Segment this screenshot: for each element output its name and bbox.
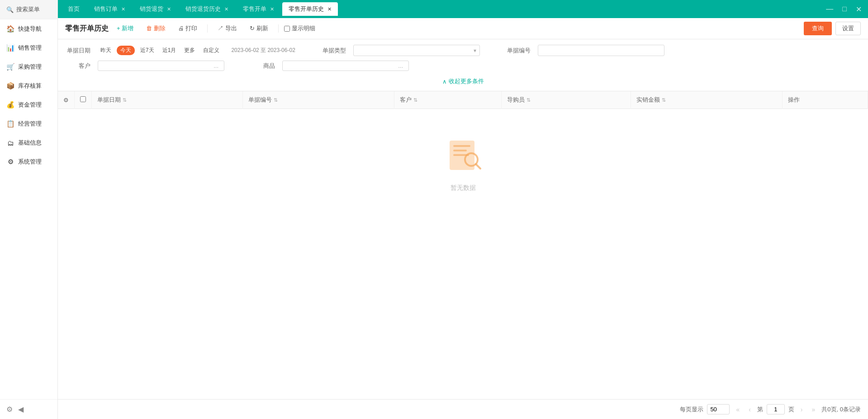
col-header-date[interactable]: 单据日期⇅ [92,91,243,109]
last-page-button[interactable]: » [809,405,818,414]
goods-dots[interactable]: ... [396,62,405,69]
date-opt-4[interactable]: 更多 [181,46,198,55]
sidebar-settings-icon[interactable]: ⚙ [6,405,13,414]
filter-area: 单据日期 昨天今天近7天近1月更多自定义 2023-06-02 至 2023-0… [58,39,868,91]
col-header-salesperson[interactable]: 导购员⇅ [502,91,631,109]
tab-home[interactable]: 首页 [62,2,86,16]
filter-row-2: 客户 ... 商品 ... [65,61,861,71]
nav-icon-quick-nav: 🏠 [6,25,14,33]
empty-illustration [441,136,486,177]
col-header-check [75,91,92,109]
svg-rect-2 [453,150,467,151]
sidebar-collapse-icon[interactable]: ◀ [18,405,24,414]
table-header-row: ⚙单据日期⇅单据编号⇅客户⇅导购员⇅实销金额⇅操作 [58,91,868,109]
sidebar-item-ops-mgmt[interactable]: 📋经营管理 [0,114,57,133]
date-opt-5[interactable]: 自定义 [200,46,222,55]
nav-label-sys-mgmt: 系统管理 [18,158,42,166]
sort-icon-salesperson: ⇅ [526,97,531,103]
doc-type-select[interactable] [353,45,480,56]
sidebar-search[interactable]: 🔍 搜索菜单 [0,0,57,19]
col-header-gear: ⚙ [58,91,75,109]
show-detail-checkbox[interactable] [284,26,290,32]
sidebar-nav: 🏠快捷导航📊销售管理🛒采购管理📦库存核算💰资金管理📋经营管理🗂基础信息⚙系统管理 [0,19,57,171]
date-opt-3[interactable]: 近1月 [160,46,179,55]
sidebar-search-label: 搜索菜单 [16,5,40,14]
goods-label: 商品 [250,62,275,70]
sidebar-item-sys-mgmt[interactable]: ⚙系统管理 [0,152,57,171]
filter-row-1: 单据日期 昨天今天近7天近1月更多自定义 2023-06-02 至 2023-0… [65,45,861,56]
total-info: 共0页, 0条记录 [821,405,861,414]
next-page-button[interactable]: › [798,405,806,414]
tab-close-retail-open-hist[interactable]: ✕ [327,6,332,12]
col-header-no[interactable]: 单据编号⇅ [243,91,394,109]
sidebar-item-finance[interactable]: 💰资金管理 [0,95,57,114]
maximize-button[interactable]: □ [840,4,849,14]
goods-input[interactable] [286,62,396,69]
date-label: 单据日期 [65,47,90,55]
sidebar-bottom: ⚙ ◀ [0,399,57,419]
collapse-label: 收起更多条件 [449,77,484,85]
tab-label-retail-open-hist: 零售开单历史 [289,5,324,13]
print-button[interactable]: 🖨 打印 [174,22,202,35]
collapse-row[interactable]: ∧ 收起更多条件 [65,75,861,87]
customer-dots[interactable]: ... [212,62,220,69]
customer-input[interactable] [102,62,212,69]
tab-close-sales-return[interactable]: ✕ [167,6,171,12]
date-options: 昨天今天近7天近1月更多自定义 [98,46,222,55]
tab-sales-return-hist[interactable]: 销货退货历史✕ [179,2,235,16]
per-page-select[interactable]: 2050100200 [707,404,730,414]
tab-close-sales-return-hist[interactable]: ✕ [224,6,228,12]
first-page-button[interactable]: « [733,405,742,414]
tab-close-retail-open[interactable]: ✕ [270,6,274,12]
sidebar-item-inventory[interactable]: 📦库存核算 [0,76,57,95]
query-button[interactable]: 查询 [804,22,832,35]
page-title: 零售开单历史 [65,24,109,33]
tab-label-retail-open: 零售开单 [243,5,266,13]
gear-icon[interactable]: ⚙ [63,97,69,104]
close-button[interactable]: ✕ [853,4,864,14]
tab-retail-open-hist[interactable]: 零售开单历史✕ [282,2,338,16]
page-input[interactable] [767,404,785,414]
tab-retail-open[interactable]: 零售开单✕ [237,2,280,16]
content-area: ⚙单据日期⇅单据编号⇅客户⇅导购员⇅实销金额⇅操作 [58,91,868,419]
doc-no-input[interactable] [538,45,664,56]
nav-icon-base-info: 🗂 [6,139,14,147]
nav-label-quick-nav: 快捷导航 [18,25,42,33]
date-opt-2[interactable]: 近7天 [138,46,157,55]
select-all-checkbox[interactable] [80,96,86,102]
page-label: 第 [757,405,763,414]
tab-sales-order[interactable]: 销售订单✕ [88,2,132,16]
tab-bar-right: — □ ✕ [823,4,864,14]
col-header-customer[interactable]: 客户⇅ [394,91,502,109]
tab-label-sales-order: 销售订单 [94,5,118,13]
tab-close-sales-order[interactable]: ✕ [121,6,125,12]
nav-icon-ops-mgmt: 📋 [6,120,14,128]
sort-icon-date: ⇅ [123,97,127,103]
sidebar-item-base-info[interactable]: 🗂基础信息 [0,133,57,152]
col-header-amount[interactable]: 实销金额⇅ [631,91,782,109]
minimize-button[interactable]: — [823,4,836,14]
sidebar: 🔍 搜索菜单 🏠快捷导航📊销售管理🛒采购管理📦库存核算💰资金管理📋经营管理🗂基础… [0,0,58,419]
nav-label-ops-mgmt: 经营管理 [18,120,42,128]
tab-sales-return[interactable]: 销货退货✕ [133,2,177,16]
show-detail-toggle[interactable]: 显示明细 [284,24,315,33]
setting-button[interactable]: 设置 [835,22,861,35]
tab-label-sales-return: 销货退货 [140,5,163,13]
prev-page-button[interactable]: ‹ [746,405,754,414]
sidebar-item-purchase-mgmt[interactable]: 🛒采购管理 [0,57,57,76]
sidebar-item-quick-nav[interactable]: 🏠快捷导航 [0,19,57,38]
refresh-button[interactable]: ↻ 刷新 [245,22,273,35]
pagination-bar: 每页显示 2050100200 « ‹ 第 页 › » 共0页, 0条记录 [58,399,868,419]
date-opt-0[interactable]: 昨天 [98,46,114,55]
tab-bar: 首页销售订单✕销货退货✕销货退货历史✕零售开单✕零售开单历史✕ — □ ✕ [58,0,868,18]
nav-label-purchase-mgmt: 采购管理 [18,63,42,71]
nav-icon-purchase-mgmt: 🛒 [6,63,14,71]
export-button[interactable]: ↗ 导出 [213,22,242,35]
date-opt-1[interactable]: 今天 [117,46,135,55]
page-of: 页 [788,405,794,414]
per-page-label: 每页显示 [680,405,703,414]
add-button[interactable]: + 新增 [112,22,138,35]
delete-button[interactable]: 🗑 删除 [142,22,170,35]
table-wrap: ⚙单据日期⇅单据编号⇅客户⇅导购员⇅实销金额⇅操作 [58,91,868,399]
sidebar-item-sales-mgmt[interactable]: 📊销售管理 [0,38,57,57]
